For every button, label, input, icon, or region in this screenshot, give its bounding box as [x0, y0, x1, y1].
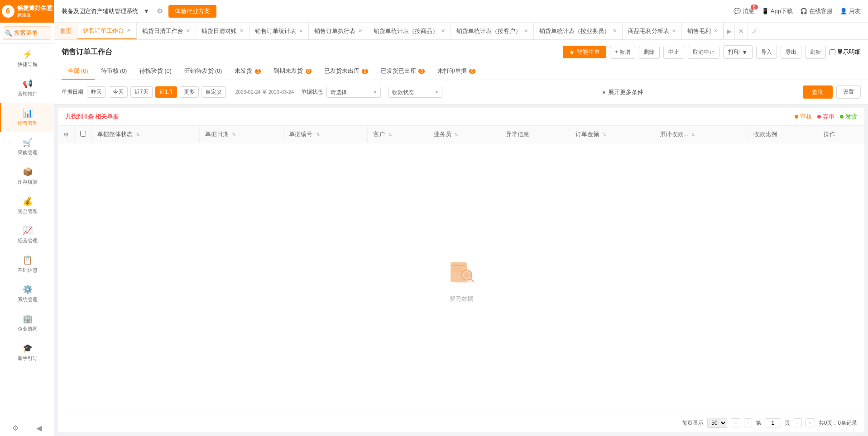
- filter-settings-button[interactable]: 设置: [836, 85, 861, 99]
- enterprise-icon: 🏢: [23, 314, 33, 324]
- tab-close-cash-reconcile[interactable]: ✕: [240, 28, 244, 34]
- filter-tab-not-printed[interactable]: 未打印单据 0: [431, 63, 482, 80]
- review-action[interactable]: 审核: [795, 113, 812, 121]
- import-button[interactable]: 导入: [756, 46, 777, 59]
- new-button[interactable]: + 新增: [610, 46, 635, 59]
- filter-tab-shipped-warehoused[interactable]: 已发货已出库 0: [374, 63, 431, 80]
- topbar-gear-icon[interactable]: ⚙: [157, 7, 163, 15]
- sort-icon-date[interactable]: ⇅: [232, 132, 235, 137]
- sidebar-item-inventory[interactable]: 📦 库存核算: [0, 161, 54, 191]
- app-download-btn[interactable]: 📱 App下载: [762, 7, 793, 15]
- sort-icon-staff[interactable]: ⇅: [455, 132, 458, 137]
- tab-sales-order-workbench[interactable]: 销售订单工作台 ✕: [77, 23, 137, 39]
- refresh-button[interactable]: 刷新: [805, 46, 826, 59]
- payment-select[interactable]: 收款状态: [388, 87, 442, 98]
- tab-close-cash-daily[interactable]: ✕: [186, 28, 190, 34]
- date-last-month[interactable]: 近1月: [155, 86, 177, 98]
- show-detail-checkbox[interactable]: [830, 49, 835, 55]
- filter-tab-expired[interactable]: 到期未发货 0: [267, 63, 318, 80]
- page-first-btn[interactable]: «: [731, 418, 740, 427]
- sort-icon-collected[interactable]: ⇅: [691, 132, 695, 137]
- sidebar-item-purchase[interactable]: 🛒 采购管理: [0, 132, 54, 161]
- ship-action[interactable]: 发货: [840, 113, 857, 121]
- tab-close-gross[interactable]: ✕: [672, 28, 676, 34]
- cancel-stop-button[interactable]: 取消中止: [688, 46, 719, 59]
- tab-sales-stats-product[interactable]: 销货单统计表（按商品） ✕: [368, 23, 451, 39]
- sidebar-item-enterprise[interactable]: 🏢 企业协同: [0, 308, 54, 338]
- data-table: ⚙ 单据整体状态 ⇅ 单据日期 ⇅ 单据编号: [58, 126, 864, 143]
- stop-button[interactable]: 中止: [663, 46, 684, 59]
- filter-tab-pending-inspect[interactable]: 待拣验货 (0): [133, 63, 178, 80]
- tab-sales-order-stats[interactable]: 销售订单统计表 ✕: [249, 23, 309, 39]
- tab-close-product[interactable]: ✕: [441, 28, 445, 34]
- date-yesterday[interactable]: 昨天: [87, 86, 106, 98]
- filter-tab-not-shipped[interactable]: 未发货 0: [228, 63, 267, 80]
- sort-icon-number[interactable]: ⇅: [316, 132, 320, 137]
- message-btn[interactable]: 💬 消息 6: [734, 7, 754, 15]
- sort-icon-customer[interactable]: ⇅: [388, 132, 392, 137]
- date-more[interactable]: 更多: [180, 86, 199, 98]
- tab-home[interactable]: 首页: [54, 23, 77, 39]
- date-custom[interactable]: 自定义: [201, 86, 226, 98]
- filter-tab-all[interactable]: 全部 (0): [62, 63, 95, 80]
- solution-button[interactable]: 体验行业方案: [168, 5, 216, 18]
- tab-nav-more[interactable]: ▶: [724, 23, 734, 39]
- tab-close-all[interactable]: ✕: [735, 23, 748, 39]
- tab-close-profit[interactable]: ✕: [714, 28, 718, 34]
- tab-sales-order-exec[interactable]: 销售订单执行表 ✕: [309, 23, 368, 39]
- filter-action-btns: 查询 设置: [803, 85, 861, 99]
- tab-cash-daily[interactable]: 钱货日清工作台 ✕: [137, 23, 196, 39]
- star-icon: ★: [569, 49, 575, 56]
- tab-gross-profit[interactable]: 商品毛利分析表 ✕: [623, 23, 682, 39]
- query-button[interactable]: 查询: [803, 85, 833, 99]
- print-button[interactable]: 打印 ▼: [723, 45, 753, 59]
- tab-close-customer[interactable]: ✕: [524, 28, 528, 34]
- date-today[interactable]: 今天: [109, 86, 128, 98]
- select-all-checkbox[interactable]: [80, 131, 86, 137]
- sidebar-item-guide[interactable]: 🎓 新手引导: [0, 338, 54, 367]
- sidebar-item-finance[interactable]: 💰 资金管理: [0, 191, 54, 220]
- tab-cash-reconcile[interactable]: 钱货日清对账 ✕: [196, 23, 249, 39]
- tab-sales-stats-staff[interactable]: 销货单统计表（按业务员） ✕: [534, 23, 623, 39]
- tab-close-sales-order[interactable]: ✕: [127, 28, 131, 33]
- module-title: 装备及固定资产辅助管理系统: [62, 7, 138, 15]
- sidebar-item-system[interactable]: ⚙️ 系统管理: [0, 279, 54, 308]
- per-page-select[interactable]: 50: [707, 418, 727, 428]
- col-settings[interactable]: ⚙: [58, 126, 75, 143]
- export-button[interactable]: 导出: [781, 46, 801, 59]
- sort-icon-amount[interactable]: ⇅: [603, 132, 606, 137]
- tab-sales-stats-customer[interactable]: 销货单统计表（按客户） ✕: [451, 23, 534, 39]
- filter-tab-shipped-not-warehoused[interactable]: 已发货未出库 0: [318, 63, 374, 80]
- tab-close-exec[interactable]: ✕: [358, 28, 362, 34]
- sidebar-item-operations[interactable]: 📈 经营管理: [0, 220, 54, 250]
- page-next-btn[interactable]: ›: [794, 418, 802, 427]
- sidebar-collapse-btn[interactable]: ◀: [36, 424, 42, 432]
- user-menu[interactable]: 👤 用友: [840, 7, 861, 15]
- page-prev-btn[interactable]: ‹: [744, 418, 752, 427]
- status-select[interactable]: 请选择: [326, 87, 381, 98]
- tab-expand[interactable]: ⤢: [748, 23, 761, 39]
- tab-label: 钱货日清工作台: [142, 27, 183, 35]
- smart-create-button[interactable]: ★ 智能生单: [563, 46, 606, 58]
- page-input[interactable]: [765, 418, 781, 427]
- cancel-review-action[interactable]: 弃审: [817, 113, 834, 121]
- tab-sales-profit[interactable]: 销售毛利 ✕: [682, 23, 724, 39]
- delete-button[interactable]: 删除: [639, 46, 660, 59]
- search-menu-button[interactable]: 🔍 搜索菜单: [3, 26, 51, 40]
- online-service-btn[interactable]: 🎧 在线客服: [800, 7, 833, 15]
- sidebar-item-marketing[interactable]: 📢 营销推广: [0, 73, 54, 103]
- tab-close-stats[interactable]: ✕: [299, 28, 303, 34]
- filter-tab-wangpu[interactable]: 旺铺待发货 (0): [178, 63, 229, 80]
- sidebar-item-basic-info[interactable]: 📋 基础信息: [0, 250, 54, 279]
- sidebar-item-sales[interactable]: 📊 销售管理: [0, 103, 54, 132]
- expand-more-btn[interactable]: ∨ 展开更多条件: [602, 88, 643, 96]
- sidebar-item-quick-nav[interactable]: ⚡ 快捷导航: [0, 44, 54, 73]
- sort-icon-status[interactable]: ⇅: [136, 132, 140, 137]
- sidebar-settings-btn[interactable]: ⚙: [12, 424, 19, 432]
- show-detail-label[interactable]: 显示明细: [830, 48, 861, 56]
- page-last-btn[interactable]: »: [806, 418, 815, 427]
- filter-tab-pending-review[interactable]: 待审核 (0): [95, 63, 134, 80]
- tab-close-staff[interactable]: ✕: [613, 28, 617, 34]
- date-last7[interactable]: 近7天: [130, 86, 153, 98]
- module-dropdown[interactable]: ▼: [144, 8, 149, 14]
